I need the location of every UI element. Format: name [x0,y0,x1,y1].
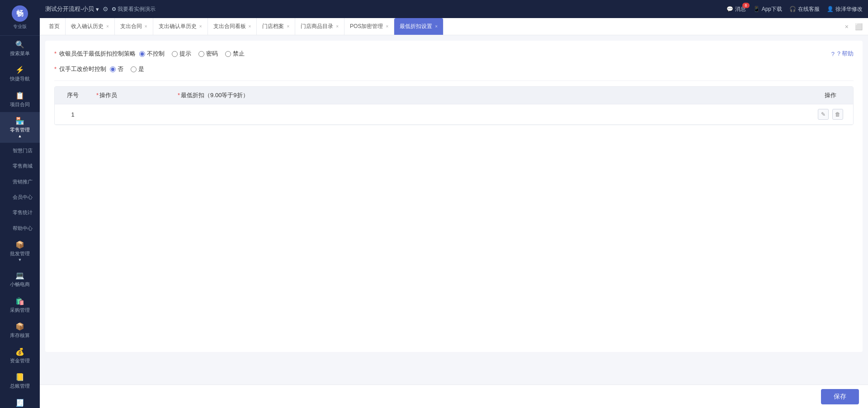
discount-table: 序号 *操作员 *最低折扣（9.00等于9折） 操作 1 [55,87,853,125]
topbar-left: 测试分开流程-小贝 ▾ ⚙ 我要看实例演示 [45,5,156,13]
tab-expense-confirm-history[interactable]: 支出确认单历史 × [153,18,208,35]
table-header-row: 序号 *操作员 *最低折扣（9.00等于9折） 操作 [55,87,853,104]
logo-text: 专业版 [13,23,27,30]
logo-icon: 畅 [12,5,28,22]
row-edit-button[interactable]: ✎ [818,109,829,120]
tab-expense-contract-board-label: 支出合同看板 [213,23,246,30]
finance-icon: 💰 [15,347,24,356]
tab-expense-contract-board[interactable]: 支出合同看板 × [208,18,257,35]
tab-pos-password-close[interactable]: × [386,24,388,29]
control-policy-radio-group: 不控制 提示 密码 禁止 [139,50,245,58]
save-button[interactable]: 保存 [821,389,859,404]
customer-service-label: 在线客服 [798,5,820,13]
radio-yes[interactable]: 是 [131,65,144,73]
sidebar-item-retail-stats[interactable]: 零售统计 [0,205,40,220]
radio-no-control-input[interactable] [139,51,145,57]
sidebar-item-quick-nav[interactable]: ⚡ 快捷导航 [0,61,40,86]
table-row: 1 ✎ 🗑 [55,104,853,125]
topbar-customer-service[interactable]: 🎧 在线客服 [789,5,820,13]
sidebar-item-ledger[interactable]: 📒 总账管理 [0,368,40,394]
sidebar-item-inventory[interactable]: 📦 库存核算 [0,318,40,343]
help-link[interactable]: ? ？帮助 [831,50,854,58]
tab-store-product-catalog[interactable]: 门店商品目录 × [295,18,344,35]
sidebar-item-project-contract[interactable]: 📋 项目合同 [0,87,40,112]
tab-store-product-catalog-close[interactable]: × [336,24,339,29]
tab-home[interactable]: 首页 [43,18,66,35]
radio-no-control[interactable]: 不控制 [139,50,165,58]
customer-service-icon: 🎧 [789,6,796,12]
tab-pos-password[interactable]: POS加密管理 × [344,18,394,35]
row-delete-button[interactable]: 🗑 [832,109,843,120]
message-badge: 8 [742,3,750,8]
tab-expense-contract-close[interactable]: × [145,24,147,29]
topbar-settings-icon[interactable]: ⚙ [103,5,108,13]
topbar-right: 💬 消息 8 📱 App下载 🎧 在线客服 👤 徐泽华修改 [726,5,863,13]
tab-income-history[interactable]: 收入确认历史 × [66,18,115,35]
content-area: * 收银员低于最低折扣控制策略 不控制 提示 密码 [40,35,868,385]
tab-min-discount-close[interactable]: × [435,24,438,29]
tab-min-discount[interactable]: 最低折扣设置 × [394,18,443,35]
demo-label: 我要看实例演示 [118,5,156,13]
radio-password-input[interactable] [198,51,204,57]
radio-no-label: 否 [118,65,123,73]
radio-yes-input[interactable] [131,66,137,72]
tab-close-all-button[interactable]: × [843,22,850,31]
tab-expense-contract[interactable]: 支出合同 × [115,18,153,35]
tabbar: 首页 收入确认历史 × 支出合同 × 支出确认单历史 × 支出合同看板 × 门店… [40,18,868,35]
table-cell-min-discount [172,104,808,125]
sidebar-item-member-center[interactable]: 会员中心 [0,189,40,205]
radio-prompt[interactable]: 提示 [172,50,191,58]
radio-forbidden[interactable]: 禁止 [225,50,245,58]
radio-forbidden-input[interactable] [225,51,231,57]
tab-expense-confirm-history-label: 支出确认单历史 [159,23,197,30]
topbar-messages[interactable]: 💬 消息 8 [726,5,746,13]
topbar-user[interactable]: 👤 徐泽华修改 [827,5,863,13]
tabbar-actions: × ⬜ [843,22,864,31]
help-label: ？帮助 [836,50,854,58]
project-name: 测试分开流程-小贝 [45,5,94,13]
wholesale-icon: 📦 [15,240,24,249]
sidebar-item-retail-mall[interactable]: 零售商城 [0,158,40,174]
radio-no[interactable]: 否 [110,65,123,73]
table-cell-seq: 1 [55,104,91,125]
tab-store-file[interactable]: 门店档案 × [257,18,295,35]
purchase-icon: 🛍️ [15,297,24,305]
retail-arrow-icon: ▲ [18,134,22,138]
search-nav-icon: 🔍 [15,40,24,49]
table-cell-operator [91,104,172,125]
tab-expense-confirm-history-close[interactable]: × [199,24,202,29]
demo-link[interactable]: 我要看实例演示 [112,5,156,13]
sidebar-item-ecommerce[interactable]: 💻 小畅电商 [0,267,40,292]
manual-price-label: * 仅手工改价时控制 [54,65,106,73]
sidebar-item-retail-management[interactable]: 🏪 零售管理 ▲ [0,112,40,143]
topbar: 测试分开流程-小贝 ▾ ⚙ 我要看实例演示 💬 消息 8 📱 App下载 🎧 在… [40,0,868,18]
tab-pos-password-label: POS加密管理 [350,23,383,30]
tab-expense-contract-board-close[interactable]: × [249,24,251,29]
tab-expand-button[interactable]: ⬜ [853,22,864,31]
radio-password[interactable]: 密码 [198,50,218,58]
sidebar-item-help-center[interactable]: 帮助中心 [0,220,40,236]
inventory-icon: 📦 [15,322,24,331]
tab-store-file-close[interactable]: × [287,24,289,29]
sidebar-item-invoice[interactable]: 🧾 发票管理 [0,394,40,408]
topbar-app-download[interactable]: 📱 App下载 [753,5,782,13]
sidebar-item-search[interactable]: 🔍 搜索菜单 [0,36,40,61]
sidebar-item-purchase[interactable]: 🛍️ 采购管理 [0,292,40,318]
project-selector[interactable]: 测试分开流程-小贝 ▾ [45,5,99,13]
sidebar: 畅 专业版 🔍 搜索菜单 ⚡ 快捷导航 📋 项目合同 🏪 零售管理 ▲ 智慧门店… [0,0,40,408]
sidebar-item-wholesale[interactable]: 📦 批发管理 ▼ [0,236,40,267]
tab-store-product-catalog-label: 门店商品目录 [301,23,333,30]
project-contract-icon: 📋 [15,91,24,100]
sidebar-item-finance[interactable]: 💰 资金管理 [0,343,40,368]
form-row-control-policy: * 收银员低于最低折扣控制策略 不控制 提示 密码 [54,50,854,58]
form-row-manual-price: * 仅手工改价时控制 否 是 [54,65,854,73]
tab-income-history-close[interactable]: × [106,24,109,29]
control-policy-label: * 收银员低于最低折扣控制策略 [54,50,136,58]
radio-no-input[interactable] [110,66,116,72]
sidebar-item-marketing[interactable]: 营销推广 [0,174,40,189]
manual-price-radio-group: 否 是 [110,65,144,73]
sidebar-item-smart-store[interactable]: 智慧门店 [0,143,40,158]
required-star-1: * [54,50,57,57]
radio-password-label: 密码 [206,50,218,58]
radio-prompt-input[interactable] [172,51,178,57]
